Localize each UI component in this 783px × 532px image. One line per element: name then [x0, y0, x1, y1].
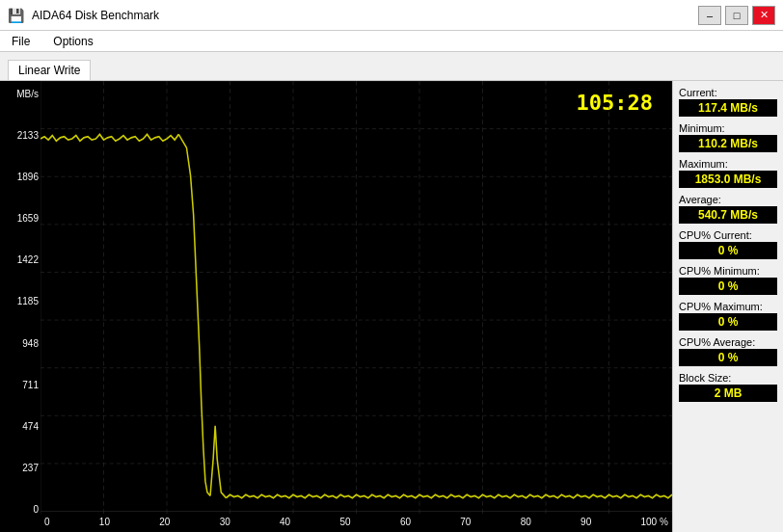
cpu-maximum-label: CPU% Maximum:: [679, 301, 777, 312]
cpu-minimum-label: CPU% Minimum:: [679, 265, 777, 277]
cpu-average-value: 0 %: [679, 349, 777, 366]
stat-block-size: Block Size: 2 MB: [679, 372, 777, 402]
app-icon: 💾: [8, 8, 24, 23]
x-label-80: 80: [521, 517, 531, 532]
x-label-90: 90: [580, 517, 591, 532]
menu-file[interactable]: File: [8, 34, 34, 49]
x-label-70: 70: [460, 517, 471, 532]
average-label: Average:: [679, 194, 777, 205]
close-button[interactable]: ✕: [752, 6, 775, 25]
y-label-1659: 1659: [2, 213, 39, 224]
x-label-30: 30: [220, 517, 230, 532]
tab-bar: Linear Write: [0, 52, 783, 81]
right-panel: Current: 117.4 MB/s Minimum: 110.2 MB/s …: [672, 81, 783, 532]
average-value: 540.7 MB/s: [679, 206, 777, 224]
minimize-button[interactable]: –: [698, 6, 721, 25]
main-content: MB/s 2133 1896 1659 1422 1185 948 711 47…: [0, 81, 783, 532]
y-label-711: 711: [2, 380, 39, 390]
stat-cpu-average: CPU% Average: 0 %: [679, 336, 777, 366]
y-label-mbs: MB/s: [2, 89, 39, 99]
stat-cpu-minimum: CPU% Minimum: 0 %: [679, 265, 777, 295]
y-label-474: 474: [2, 421, 39, 432]
current-value: 117.4 MB/s: [679, 99, 777, 117]
y-label-0: 0: [2, 504, 39, 515]
maximize-button[interactable]: □: [725, 6, 748, 25]
chart-svg: [40, 81, 672, 515]
cpu-maximum-value: 0 %: [679, 313, 777, 331]
stat-cpu-maximum: CPU% Maximum: 0 %: [679, 301, 777, 331]
menu-options[interactable]: Options: [49, 34, 96, 49]
y-label-1422: 1422: [2, 254, 39, 265]
y-label-948: 948: [2, 338, 39, 349]
x-label-100: 100 %: [641, 517, 668, 532]
stat-cpu-current: CPU% Current: 0 %: [679, 229, 777, 259]
menu-bar: File Options: [0, 31, 783, 52]
x-label-10: 10: [99, 517, 110, 532]
stat-minimum: Minimum: 110.2 MB/s: [679, 122, 777, 152]
y-label-2133: 2133: [2, 130, 39, 141]
y-label-1185: 1185: [2, 296, 39, 306]
minimum-value: 110.2 MB/s: [679, 135, 777, 152]
block-size-label: Block Size:: [679, 372, 777, 384]
minimum-label: Minimum:: [679, 122, 777, 134]
stat-average: Average: 540.7 MB/s: [679, 194, 777, 224]
cpu-average-label: CPU% Average:: [679, 336, 777, 348]
block-size-value: 2 MB: [679, 385, 777, 402]
x-axis: 0 10 20 30 40 50 60 70 80 90 100 %: [40, 515, 672, 532]
window-title: AIDA64 Disk Benchmark: [32, 9, 159, 22]
y-label-237: 237: [2, 463, 39, 473]
maximum-label: Maximum:: [679, 158, 777, 170]
stat-maximum: Maximum: 1853.0 MB/s: [679, 158, 777, 188]
y-axis: MB/s 2133 1896 1659 1422 1185 948 711 47…: [0, 81, 40, 532]
title-bar: 💾 AIDA64 Disk Benchmark – □ ✕: [0, 0, 783, 31]
x-label-50: 50: [339, 517, 350, 532]
y-label-1896: 1896: [2, 172, 39, 182]
x-label-40: 40: [280, 517, 290, 532]
x-label-20: 20: [159, 517, 170, 532]
cpu-minimum-value: 0 %: [679, 278, 777, 295]
x-label-0: 0: [44, 517, 50, 532]
tab-linear-write[interactable]: Linear Write: [8, 60, 91, 80]
maximum-value: 1853.0 MB/s: [679, 171, 777, 188]
cpu-current-value: 0 %: [679, 242, 777, 259]
current-label: Current:: [679, 87, 777, 98]
window-controls[interactable]: – □ ✕: [698, 6, 775, 25]
cpu-current-label: CPU% Current:: [679, 229, 777, 241]
x-label-60: 60: [400, 517, 411, 532]
chart-area: MB/s 2133 1896 1659 1422 1185 948 711 47…: [0, 81, 672, 532]
stat-current: Current: 117.4 MB/s: [679, 87, 777, 117]
